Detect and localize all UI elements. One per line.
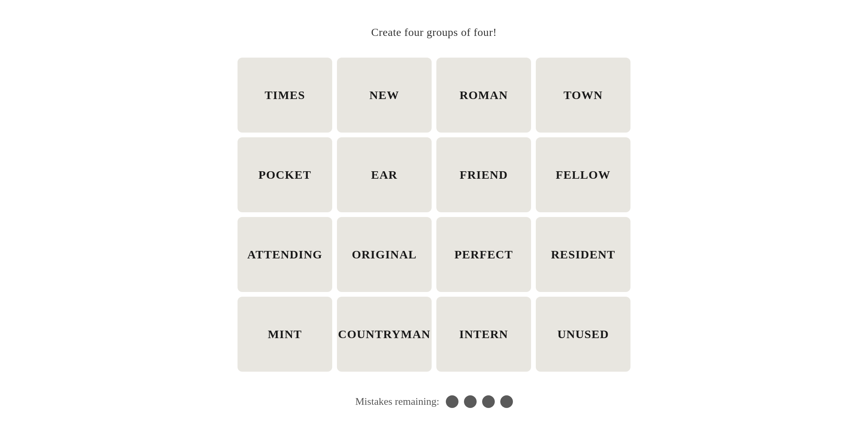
- mistake-dot-3: [482, 395, 495, 408]
- tile-grid: TIMESNEWROMANTOWNPOCKETEARFRIENDFELLOWAT…: [238, 58, 630, 372]
- tile-label-times: TIMES: [265, 88, 305, 102]
- tile-label-unused: UNUSED: [557, 327, 609, 341]
- mistakes-row: Mistakes remaining:: [355, 395, 513, 408]
- tile-unused[interactable]: UNUSED: [536, 297, 630, 372]
- tile-roman[interactable]: ROMAN: [436, 58, 531, 133]
- tile-label-perfect: PERFECT: [455, 248, 513, 261]
- tile-label-intern: INTERN: [459, 327, 508, 341]
- tile-fellow[interactable]: FELLOW: [536, 137, 630, 212]
- tile-friend[interactable]: FRIEND: [436, 137, 531, 212]
- tile-times[interactable]: TIMES: [238, 58, 332, 133]
- mistake-dot-4: [500, 395, 513, 408]
- tile-label-town: TOWN: [563, 88, 602, 102]
- tile-label-countryman: COUNTRYMAN: [338, 327, 430, 341]
- tile-intern[interactable]: INTERN: [436, 297, 531, 372]
- tile-perfect[interactable]: PERFECT: [436, 217, 531, 292]
- tile-label-roman: ROMAN: [460, 88, 508, 102]
- mistake-dot-2: [464, 395, 477, 408]
- tile-countryman[interactable]: COUNTRYMAN: [337, 297, 432, 372]
- tile-original[interactable]: ORIGINAL: [337, 217, 432, 292]
- tile-label-ear: EAR: [371, 168, 398, 181]
- tile-label-new: NEW: [369, 88, 399, 102]
- tile-town[interactable]: TOWN: [536, 58, 630, 133]
- tile-attending[interactable]: ATTENDING: [238, 217, 332, 292]
- tile-ear[interactable]: EAR: [337, 137, 432, 212]
- tile-new[interactable]: NEW: [337, 58, 432, 133]
- tile-label-mint: MINT: [268, 327, 302, 341]
- tile-label-attending: ATTENDING: [247, 248, 322, 261]
- game-subtitle: Create four groups of four!: [371, 26, 497, 39]
- tile-label-friend: FRIEND: [460, 168, 508, 181]
- tile-label-resident: RESIDENT: [551, 248, 615, 261]
- tile-label-pocket: POCKET: [258, 168, 311, 181]
- tile-label-original: ORIGINAL: [352, 248, 417, 261]
- tile-pocket[interactable]: POCKET: [238, 137, 332, 212]
- mistakes-label: Mistakes remaining:: [355, 396, 439, 408]
- tile-mint[interactable]: MINT: [238, 297, 332, 372]
- tile-resident[interactable]: RESIDENT: [536, 217, 630, 292]
- mistake-dot-1: [446, 395, 458, 408]
- mistakes-dots: [446, 395, 513, 408]
- tile-label-fellow: FELLOW: [556, 168, 611, 181]
